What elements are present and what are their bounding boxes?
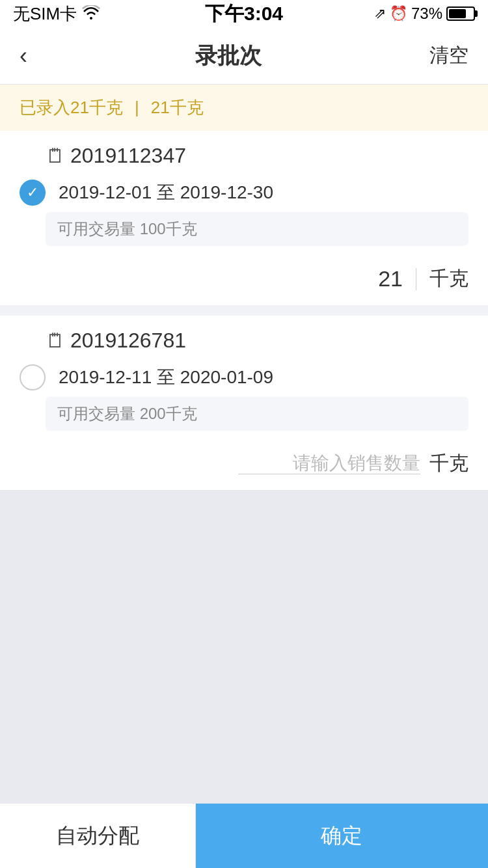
batch-date-row-1: ✓ 2019-12-01 至 2019-12-30 [0,174,488,212]
section-divider-1 [0,305,488,316]
batch-date-1: 2019-12-01 至 2019-12-30 [59,180,273,205]
clear-button[interactable]: 清空 [429,42,468,69]
auto-distribute-button[interactable]: 自动分配 [0,804,196,868]
radio-select-1[interactable]: ✓ [20,180,46,206]
batch-card-2: 🗒 2019126781 2019-12-11 至 2020-01-09 可用交… [0,316,488,490]
status-right: ⇗ ⏰ 73% [374,5,475,23]
nav-bar: ‹ 录批次 清空 [0,27,488,85]
carrier-text: 无SIM卡 [13,3,77,25]
location-icon: ⇗ [374,5,386,22]
summary-divider: | [135,98,139,118]
summary-banner: 已录入21千克 | 21千克 [0,85,488,131]
battery-icon [446,7,475,21]
status-left: 无SIM卡 [13,3,100,25]
qty-value-1: 21 [378,266,403,292]
radio-select-2[interactable] [20,364,46,390]
check-icon-1: ✓ [27,184,38,201]
battery-percent: 73% [411,5,442,23]
wifi-icon [82,4,100,24]
batch-date-2: 2019-12-11 至 2020-01-09 [59,365,273,390]
qty-unit-1: 千克 [429,265,468,292]
available-tag-1: 可用交易量 100千克 [46,212,468,246]
batch-icon-1: 🗒 [46,145,65,167]
available-tag-2: 可用交易量 200千克 [46,397,468,431]
qty-row-1: 21 千克 [0,256,488,305]
batch-card-1: 🗒 2019112347 ✓ 2019-12-01 至 2019-12-30 可… [0,131,488,305]
batch-header-2: 🗒 2019126781 [0,316,488,359]
alarm-icon: ⏰ [390,5,407,22]
summary-recorded-label: 已录入21千克 [20,96,123,119]
back-button[interactable]: ‹ [20,42,27,70]
batch-id-2: 2019126781 [70,329,186,353]
qty-row-2: 千克 [0,441,488,490]
qty-input-2[interactable] [238,453,420,474]
page-title: 录批次 [195,41,262,71]
batch-icon-2: 🗒 [46,330,65,352]
qty-unit-2: 千克 [429,450,468,477]
batch-header-1: 🗒 2019112347 [0,131,488,174]
status-time: 下午3:04 [205,1,283,27]
summary-value: 21千克 [151,96,204,119]
footer: 自动分配 确定 [0,803,488,868]
confirm-button[interactable]: 确定 [196,804,488,868]
batch-id-1: 2019112347 [70,144,186,168]
batch-date-row-2: 2019-12-11 至 2020-01-09 [0,359,488,397]
input-underline-1 [416,268,416,290]
status-bar: 无SIM卡 下午3:04 ⇗ ⏰ 73% [0,0,488,27]
